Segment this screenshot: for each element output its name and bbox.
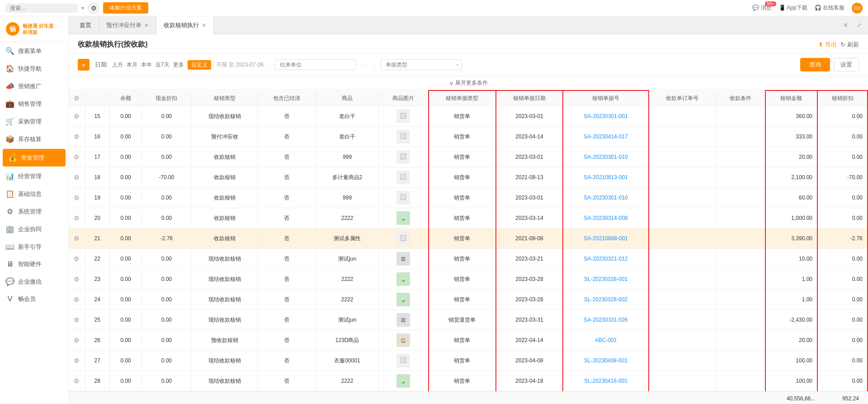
tab-prepay-close[interactable]: ✕ (144, 22, 149, 29)
date-opt-last-month[interactable]: 上月 (112, 61, 123, 69)
td-goods-img: 🍃 (379, 208, 429, 228)
counterpart-input[interactable] (275, 59, 356, 70)
td-voucher-type: 销货单 (429, 269, 496, 290)
td-goods: 多计量商品2 (316, 167, 379, 188)
td-goods: 测试jun (316, 249, 379, 269)
td-balance: 0.00 (109, 269, 142, 290)
tab-home[interactable]: 首页 (72, 16, 99, 34)
td-writeoff-type: 预收款核销 (191, 330, 258, 351)
filter-setting-btn[interactable]: 设置 (834, 58, 859, 71)
voucher-no-link[interactable]: SA-20230321-012 (584, 256, 627, 262)
td-voucher-date: 2023-03-28 (496, 290, 563, 310)
settings-icon[interactable]: ⚙ (74, 276, 80, 283)
td-voucher-date: 2023-03-14 (496, 208, 563, 228)
td-writeoff-discount: 0.00 (817, 269, 868, 290)
sidebar-item-corp[interactable]: 🏢企业协同 (0, 220, 68, 238)
sidebar-item-wechat[interactable]: 💬企业微信 (0, 273, 68, 290)
expand-more-btn[interactable]: ∨ 展开更多条件 (449, 79, 488, 87)
refresh-btn[interactable]: ↻ 刷新 (840, 41, 859, 49)
settings-icon[interactable]: ⚙ (74, 174, 80, 181)
settings-icon[interactable]: ⚙ (74, 194, 80, 201)
sidebar-item-hardware[interactable]: 🖥智能硬件 (0, 256, 68, 273)
close-window-btn[interactable]: ✕ (840, 20, 851, 31)
tab-prepay[interactable]: 预付冲应付单 ✕ (99, 16, 156, 34)
user-avatar[interactable]: Rit (852, 3, 863, 14)
export-btn[interactable]: ⬆ 导出 (818, 41, 837, 49)
sidebar-item-marketing[interactable]: 📣营销推广 (0, 77, 68, 95)
settings-icon[interactable]: ⚙ (74, 357, 80, 364)
voucher-type-select[interactable] (381, 59, 462, 70)
td-receipt-condition (716, 106, 765, 127)
query-btn[interactable]: 查询 (800, 58, 830, 71)
filter-query-row: 查询 设置 (800, 58, 859, 71)
th-receipt-order-no: 收款单订单号 (649, 90, 716, 106)
sidebar-item-operation[interactable]: 📊经营管理 (0, 167, 68, 185)
voucher-no-link[interactable]: SL-20230418-001 (584, 378, 627, 384)
voucher-no-link[interactable]: SA-20230314-008 (584, 215, 627, 221)
td-voucher-type: 销货单 (429, 351, 496, 371)
sidebar-item-purchase[interactable]: 🛒采购管理 (0, 113, 68, 130)
settings-icon[interactable]: ⚙ (74, 255, 80, 262)
td-writeoff-discount: 0.00 (817, 188, 868, 208)
settings-icon[interactable]: ⚙ (74, 377, 80, 385)
app-download-btn[interactable]: 📱 App下载 (779, 4, 807, 12)
td-writeoff-amount: 2,100.00 (765, 167, 817, 188)
voucher-no-link[interactable]: SA-20230331-026 (584, 317, 627, 323)
maximize-window-btn[interactable]: ⤢ (854, 20, 864, 31)
main-layout: 畅 畅捷通·好生意标准版 🔍搜索菜单🏠快捷导航📣营销推广💼销售管理🛒采购管理📦库… (0, 16, 868, 404)
settings-icon[interactable]: ⚙ (74, 133, 80, 140)
voucher-no-link[interactable]: SA-20210808-001 (584, 235, 627, 242)
sidebar-item-inventory[interactable]: 📦库存核算 (0, 130, 68, 148)
td-voucher-no: SL-20230328-002 (563, 290, 648, 310)
td-writeoff-amount: 1.00 (765, 290, 817, 310)
td-voucher-no: SA-20230301-010 (563, 147, 648, 167)
td-seq: 24 (85, 290, 109, 310)
voucher-no-link[interactable]: ABC-001 (595, 337, 617, 343)
sidebar-item-member[interactable]: V畅会员 (0, 290, 68, 308)
settings-gear-btn[interactable]: ⚙ (88, 2, 99, 14)
settings-icon[interactable]: ⚙ (74, 235, 80, 242)
th-settings[interactable]: ⚙ (69, 90, 85, 106)
table-row: ⚙ 27 0.00 0.00 现结收款核销 否 衣服00001 🖼 销货单 20… (69, 351, 868, 371)
voucher-no-link[interactable]: SA-20230301-010 (584, 154, 627, 160)
settings-icon[interactable]: ⚙ (74, 113, 80, 120)
td-writeoff-amount: 100.00 (765, 371, 817, 391)
sidebar-item-finance[interactable]: 💰资金管理 (3, 149, 66, 166)
sidebar-item-basic[interactable]: 📋基础信息 (0, 185, 68, 203)
filter-expand-btn[interactable]: » (78, 59, 90, 71)
sidebar-item-system[interactable]: ⚙系统管理 (0, 203, 68, 220)
td-writeoff-amount: 20.00 (765, 147, 817, 167)
sidebar-label-system: 系统管理 (18, 208, 42, 216)
settings-icon[interactable]: ⚙ (74, 153, 80, 161)
td-writeoff-discount: 0.00 (817, 371, 868, 391)
td-balance: 0.00 (109, 147, 142, 167)
sidebar-item-guide[interactable]: 📖新手引导 (0, 238, 68, 256)
trial-btn[interactable]: 体验行业方案 (103, 2, 148, 14)
tab-collection[interactable]: 收款核销执行 ✕ (156, 16, 214, 34)
voucher-no-link[interactable]: SL-20230328-002 (584, 296, 627, 303)
voucher-no-link[interactable]: SL-20230408-001 (584, 357, 627, 364)
sidebar-item-sales[interactable]: 💼销售管理 (0, 95, 68, 113)
date-opt-more[interactable]: 更多 (173, 61, 184, 69)
date-opt-this-year[interactable]: 本年 (141, 61, 152, 69)
online-service-btn[interactable]: 🎧 在线客服 (815, 4, 844, 12)
date-opt-this-month[interactable]: 本月 (127, 61, 137, 69)
td-voucher-no: ABC-001 (563, 330, 648, 351)
settings-icon[interactable]: ⚙ (74, 296, 80, 303)
voucher-no-link[interactable]: SA-20230301-001 (584, 113, 627, 119)
top-search-input[interactable] (5, 4, 78, 13)
voucher-no-link[interactable]: SA-20230301-010 (584, 195, 627, 201)
settings-icon[interactable]: ⚙ (74, 214, 80, 222)
date-opt-7days[interactable]: 近7天 (156, 61, 170, 69)
voucher-no-link[interactable]: SL-20230328-001 (584, 276, 627, 282)
dropdown-arrow[interactable]: ▾ (81, 5, 84, 11)
voucher-no-link[interactable]: SA-20210813-001 (584, 174, 627, 181)
settings-icon[interactable]: ⚙ (74, 337, 80, 344)
settings-icon[interactable]: ⚙ (74, 316, 80, 323)
sidebar-item-search[interactable]: 🔍搜索菜单 (0, 42, 68, 60)
message-btn[interactable]: 💬 消息 99+ (752, 4, 771, 12)
tab-collection-close[interactable]: ✕ (202, 22, 206, 29)
sidebar-item-nav[interactable]: 🏠快捷导航 (0, 60, 68, 77)
voucher-no-link[interactable]: SA-20230414-017 (584, 133, 627, 140)
date-opt-custom[interactable]: 自定义 (188, 60, 211, 70)
